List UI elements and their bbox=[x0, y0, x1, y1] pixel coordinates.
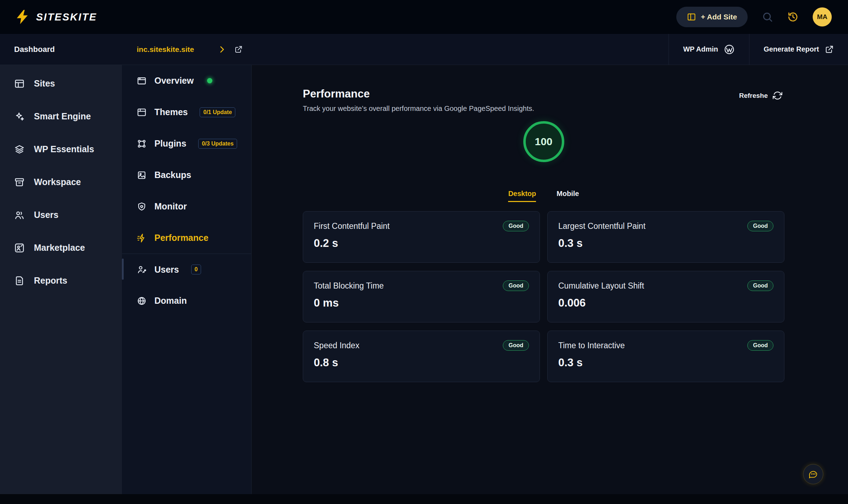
history-clock-icon[interactable] bbox=[787, 11, 799, 23]
sites-icon bbox=[14, 78, 25, 89]
sidebar-item-label: Smart Engine bbox=[34, 111, 91, 121]
archive-icon bbox=[14, 177, 25, 188]
sidebar-item-label: Sites bbox=[34, 78, 55, 89]
metric-name: Total Blocking Time bbox=[314, 281, 384, 291]
status-badge: Good bbox=[503, 340, 529, 351]
score-section: 100 bbox=[303, 121, 784, 162]
chevron-right-icon[interactable] bbox=[217, 45, 226, 54]
brand: SITESKITE bbox=[14, 9, 97, 25]
sidebar-item-users[interactable]: Users bbox=[0, 198, 122, 231]
site-menu-item-users[interactable]: Users 0 bbox=[122, 254, 251, 285]
page-title: Performance bbox=[303, 88, 534, 100]
site-menu-label: Plugins bbox=[154, 138, 186, 149]
main-content: Performance Track your website’s overall… bbox=[252, 65, 848, 504]
generate-report-button[interactable]: Generate Report bbox=[749, 34, 848, 65]
site-menu-label: Themes bbox=[154, 107, 188, 117]
wp-admin-label: WP Admin bbox=[683, 45, 718, 53]
metric-name: Speed Index bbox=[314, 341, 359, 350]
site-menu-item-themes[interactable]: Themes 0/1 Update bbox=[122, 96, 251, 128]
search-icon[interactable] bbox=[762, 11, 773, 23]
sidebar-item-label: Marketplace bbox=[34, 243, 85, 253]
metric-value: 0.3 s bbox=[558, 237, 773, 250]
chat-widget-button[interactable] bbox=[803, 464, 823, 484]
site-menu-label: Performance bbox=[154, 233, 208, 243]
site-menu-item-performance[interactable]: Performance bbox=[122, 222, 251, 254]
main-sidebar: Sites Smart Engine WP Essentials Workspa… bbox=[0, 65, 122, 504]
site-domain-link[interactable]: inc.siteskite.site bbox=[137, 45, 194, 54]
metric-value: 0.006 bbox=[558, 297, 773, 309]
site-menu-item-plugins[interactable]: Plugins 0/3 Updates bbox=[122, 128, 251, 159]
site-menu-item-domain[interactable]: Domain bbox=[122, 285, 251, 316]
site-menu-item-monitor[interactable]: Monitor bbox=[122, 191, 251, 222]
site-users-icon bbox=[137, 265, 147, 274]
lightning-logo-icon bbox=[14, 9, 30, 25]
metric-value: 0.2 s bbox=[314, 237, 529, 250]
add-site-label: + Add Site bbox=[701, 13, 737, 21]
metric-card-head: Time to Interactive Good bbox=[558, 340, 773, 351]
backups-icon bbox=[137, 170, 147, 180]
metrics-grid: First Contentful Paint Good 0.2 s Larges… bbox=[303, 211, 784, 382]
metric-card-cls: Cumulative Layout Shift Good 0.006 bbox=[547, 271, 784, 322]
tab-desktop[interactable]: Desktop bbox=[508, 190, 536, 202]
metric-card-head: Cumulative Layout Shift Good bbox=[558, 280, 773, 291]
site-menu-item-overview[interactable]: Overview bbox=[122, 65, 251, 96]
tab-mobile[interactable]: Mobile bbox=[556, 190, 579, 202]
metric-value: 0.8 s bbox=[314, 356, 529, 369]
metric-card-head: Speed Index Good bbox=[314, 340, 529, 351]
status-badge: Good bbox=[747, 221, 773, 231]
sidebar-item-sites[interactable]: Sites bbox=[0, 67, 122, 100]
metric-name: Time to Interactive bbox=[558, 341, 625, 350]
performance-header: Performance Track your website’s overall… bbox=[303, 88, 784, 113]
device-tabs: Desktop Mobile bbox=[303, 190, 784, 202]
menu-scrollbar-thumb[interactable] bbox=[122, 259, 124, 280]
generate-report-label: Generate Report bbox=[764, 45, 819, 53]
columns-icon bbox=[687, 12, 696, 22]
metric-value: 0 ms bbox=[314, 297, 529, 309]
sidebar-item-label: Reports bbox=[34, 275, 67, 286]
reports-icon bbox=[14, 275, 25, 286]
metric-card-tti: Time to Interactive Good 0.3 s bbox=[547, 331, 784, 382]
performance-bolt-icon bbox=[137, 233, 147, 243]
sidebar-item-workspace[interactable]: Workspace bbox=[0, 166, 122, 198]
metric-value: 0.3 s bbox=[558, 356, 773, 369]
brand-name: SITESKITE bbox=[36, 11, 97, 23]
sidebar-item-smart-engine[interactable]: Smart Engine bbox=[0, 100, 122, 133]
sidebar-item-reports[interactable]: Reports bbox=[0, 264, 122, 297]
pagespeed-score: 100 bbox=[523, 121, 564, 162]
site-header-bar: Dashboard inc.siteskite.site WP Admin Ge… bbox=[0, 34, 848, 65]
page-subtitle: Track your website’s overall performance… bbox=[303, 105, 534, 113]
external-link-icon[interactable] bbox=[234, 45, 243, 54]
users-count-badge: 0 bbox=[191, 265, 201, 274]
site-menu-label: Overview bbox=[154, 76, 194, 86]
performance-heading-block: Performance Track your website’s overall… bbox=[303, 88, 534, 113]
overview-icon bbox=[137, 76, 147, 86]
top-bar: SITESKITE + Add Site MA bbox=[0, 0, 848, 34]
sidebar-item-label: WP Essentials bbox=[34, 144, 94, 154]
site-menu-label: Backups bbox=[154, 170, 191, 180]
sidebar-item-marketplace[interactable]: Marketplace bbox=[0, 231, 122, 264]
refresh-label: Refreshe bbox=[739, 92, 768, 100]
bottom-edge-strip bbox=[0, 494, 848, 504]
wordpress-icon bbox=[724, 44, 735, 55]
metric-card-fcp: First Contentful Paint Good 0.2 s bbox=[303, 211, 540, 263]
layers-icon bbox=[14, 144, 25, 155]
content-layout: Sites Smart Engine WP Essentials Workspa… bbox=[0, 65, 848, 504]
globe-icon bbox=[137, 296, 147, 306]
status-badge: Good bbox=[503, 221, 529, 231]
breadcrumb[interactable]: Dashboard bbox=[0, 34, 122, 65]
wp-admin-button[interactable]: WP Admin bbox=[669, 34, 749, 65]
themes-icon bbox=[137, 107, 147, 117]
topbar-actions: + Add Site MA bbox=[676, 7, 832, 27]
sidebar-item-wp-essentials[interactable]: WP Essentials bbox=[0, 133, 122, 166]
site-menu-label: Users bbox=[154, 265, 179, 275]
metric-name: Cumulative Layout Shift bbox=[558, 281, 644, 291]
user-avatar[interactable]: MA bbox=[813, 7, 832, 26]
refresh-button[interactable]: Refreshe bbox=[737, 90, 784, 101]
marketplace-icon bbox=[14, 243, 25, 253]
site-menu-item-backups[interactable]: Backups bbox=[122, 159, 251, 191]
add-site-button[interactable]: + Add Site bbox=[676, 7, 748, 27]
site-menu-label: Domain bbox=[154, 296, 187, 306]
metric-card-tbt: Total Blocking Time Good 0 ms bbox=[303, 271, 540, 322]
metric-card-head: Largest Contentful Paint Good bbox=[558, 221, 773, 231]
status-badge: Good bbox=[747, 340, 773, 351]
